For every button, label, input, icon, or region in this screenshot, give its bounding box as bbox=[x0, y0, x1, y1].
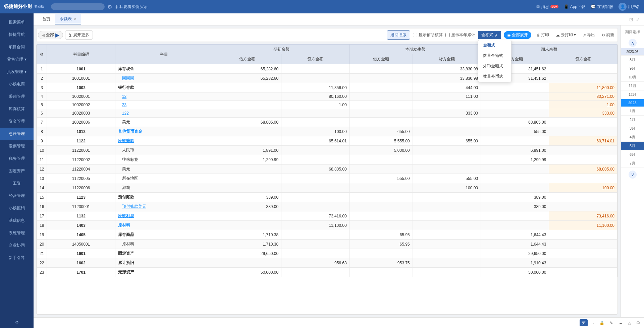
cell-name[interactable]: 23 bbox=[115, 101, 213, 109]
export-button[interactable]: ↗ 导出 bbox=[581, 31, 597, 39]
status-translate[interactable]: 英 bbox=[580, 319, 588, 326]
sidebar-item-project[interactable]: 项目合同 bbox=[0, 41, 34, 53]
period-6[interactable]: 6月 bbox=[621, 150, 644, 159]
cell-cb_c bbox=[549, 249, 618, 258]
format-option-qty-foreign[interactable]: 数量外币式 bbox=[478, 71, 511, 82]
cell-cb_c bbox=[549, 174, 618, 183]
sidebar-item-invoice[interactable]: 发票管理 bbox=[0, 140, 34, 152]
period-10[interactable]: 10月 bbox=[621, 73, 644, 82]
sidebar-item-guide[interactable]: 新手引导 bbox=[0, 252, 34, 264]
cell-ob_d bbox=[213, 258, 281, 268]
expand-more-button[interactable]: ⊻ 展开更多 bbox=[65, 30, 93, 40]
search-box[interactable]: ◀ 全部 ▶ bbox=[38, 31, 63, 39]
sidebar-item-operations[interactable]: 经营管理 bbox=[0, 190, 34, 202]
cell-name[interactable]: 回回回 bbox=[115, 74, 213, 83]
sidebar-item-assets[interactable]: 固定资产 bbox=[0, 165, 34, 177]
demo-link[interactable]: ◎ 我要看实例演示 bbox=[115, 4, 148, 10]
user-avatar[interactable]: 👤 用户名 bbox=[619, 3, 640, 11]
period-3[interactable]: 3月 bbox=[621, 124, 644, 133]
period-5[interactable]: 5月 bbox=[621, 142, 644, 150]
sidebar-item-collab[interactable]: 企业协同 bbox=[0, 239, 34, 252]
format-button[interactable]: 金额式 ∧ bbox=[478, 31, 501, 39]
cell-cb_d bbox=[481, 109, 549, 118]
cell-name[interactable]: 预付账款美元 bbox=[115, 202, 213, 211]
status-alert[interactable]: △ bbox=[628, 321, 631, 325]
sidebar-item-expense[interactable]: 小畅报销 bbox=[0, 202, 34, 214]
cell-name: 所在地区 bbox=[115, 174, 213, 183]
tab-close-icon[interactable]: ✕ bbox=[74, 17, 76, 21]
topbar-search[interactable] bbox=[51, 3, 105, 10]
expand-all-button[interactable]: ◉ 全部展开 bbox=[504, 31, 531, 39]
assist-checkbox-input[interactable] bbox=[413, 33, 417, 37]
search-right-arrow[interactable]: ▶ bbox=[55, 32, 59, 38]
table-row: 1611230001预付账款美元389.00389.00 bbox=[37, 202, 618, 211]
cell-name[interactable]: 应收账款 bbox=[115, 136, 213, 146]
cell-pd bbox=[350, 202, 413, 211]
cell-name[interactable]: 其他货币资金 bbox=[115, 127, 213, 136]
period-9[interactable]: 9月 bbox=[621, 64, 644, 73]
sidebar-item-salary[interactable]: 工资 bbox=[0, 177, 34, 190]
tab-restore-icon[interactable]: ⊡ bbox=[629, 17, 633, 22]
status-edit[interactable]: ✎ bbox=[610, 321, 613, 325]
sidebar-item-inventory[interactable]: 库存核算 bbox=[0, 103, 34, 115]
expand-all-label: 全部展开 bbox=[512, 32, 528, 38]
service-button[interactable]: 💬 在线客服 bbox=[591, 4, 613, 10]
cell-no: 4 bbox=[37, 92, 47, 101]
sidebar-item-wholesale[interactable]: 批发管理 ▾ bbox=[0, 66, 34, 78]
return-old-button[interactable]: 退回旧版 bbox=[387, 30, 410, 40]
tab-maximize-icon[interactable]: ⤢ bbox=[636, 17, 640, 22]
sidebar-item-search[interactable]: 搜索菜单 bbox=[0, 16, 34, 28]
download-button[interactable]: 📱 App下载 bbox=[564, 4, 585, 10]
sidebar-item-ecommerce[interactable]: 小畅电商 bbox=[0, 78, 34, 90]
period-7[interactable]: 7月 bbox=[621, 159, 644, 168]
search-left-arrow[interactable]: ◀ bbox=[42, 33, 45, 38]
show-year-checkbox[interactable]: 显示本年累计 bbox=[445, 32, 475, 38]
period-4[interactable]: 4月 bbox=[621, 133, 644, 142]
format-option-amount[interactable]: 金额式 bbox=[478, 40, 511, 51]
period-8[interactable]: 8月 bbox=[621, 56, 644, 64]
settings-icon[interactable]: ⚙ bbox=[107, 4, 112, 10]
cell-ob_c bbox=[281, 268, 350, 277]
sidebar-settings[interactable]: ⚙ bbox=[12, 317, 22, 328]
sidebar-item-quicknav[interactable]: 快捷导航 bbox=[0, 28, 34, 41]
sidebar-item-capital[interactable]: 资金管理 bbox=[0, 115, 34, 128]
status-number[interactable]: ① bbox=[636, 321, 640, 325]
period-2[interactable]: 2月 bbox=[621, 116, 644, 124]
cell-name[interactable]: 原材料 bbox=[115, 221, 213, 230]
format-option-qty-amount[interactable]: 数量金额式 bbox=[478, 51, 511, 61]
cell-ob_d bbox=[213, 109, 281, 118]
status-cloud[interactable]: ☁ bbox=[619, 321, 623, 325]
tab-balance[interactable]: 余额表 ✕ bbox=[55, 14, 81, 24]
sidebar-item-tax[interactable]: 税务管理 bbox=[0, 152, 34, 165]
cell-cb_c bbox=[549, 118, 618, 127]
period-2023-05-start[interactable]: 2023.05 bbox=[621, 48, 644, 56]
cell-name[interactable]: 12 bbox=[115, 92, 213, 101]
th-settings[interactable]: ⚙ bbox=[37, 45, 47, 64]
cell-name[interactable]: 122 bbox=[115, 109, 213, 118]
sidebar-item-system[interactable]: 系统管理 bbox=[0, 227, 34, 239]
format-option-foreign-amount[interactable]: 外币金额式 bbox=[478, 61, 511, 71]
period-12[interactable]: 12月 bbox=[621, 90, 644, 99]
period-2023-year[interactable]: 2023 bbox=[621, 99, 644, 107]
year-checkbox-input[interactable] bbox=[445, 33, 450, 37]
tab-home[interactable]: 首页 bbox=[38, 14, 55, 24]
period-11[interactable]: 11月 bbox=[621, 82, 644, 90]
message-button[interactable]: ✉ 消息 99+ bbox=[536, 4, 558, 10]
cloud-print-button[interactable]: ☁ 云打印 ▾ bbox=[554, 31, 578, 39]
period-down-button[interactable]: ∨ bbox=[629, 171, 637, 179]
show-assist-checkbox[interactable]: 显示辅助核算 bbox=[413, 32, 443, 38]
print-button[interactable]: 🖨 打印 bbox=[534, 31, 551, 39]
sidebar-item-purchase[interactable]: 采购管理 bbox=[0, 90, 34, 103]
sidebar-item-retail[interactable]: 零售管理 ▾ bbox=[0, 53, 34, 66]
period-up-button[interactable]: ∧ bbox=[629, 39, 637, 47]
cell-name[interactable]: 应收利息 bbox=[115, 211, 213, 221]
cell-pd: 5,555.00 bbox=[350, 136, 413, 146]
cell-ob_d: 1,891.00 bbox=[213, 146, 281, 155]
sidebar-item-basic[interactable]: 基础信息 bbox=[0, 214, 34, 227]
status-lock[interactable]: 🔒 bbox=[599, 321, 604, 325]
cell-ob_d bbox=[213, 165, 281, 174]
period-1[interactable]: 1月 bbox=[621, 107, 644, 116]
refresh-button[interactable]: ↻ 刷新 bbox=[600, 31, 616, 39]
table-row: 4100200011280,160.00111.0080,271.00 bbox=[37, 92, 618, 101]
sidebar-item-ledger[interactable]: 总账管理 bbox=[0, 128, 34, 140]
